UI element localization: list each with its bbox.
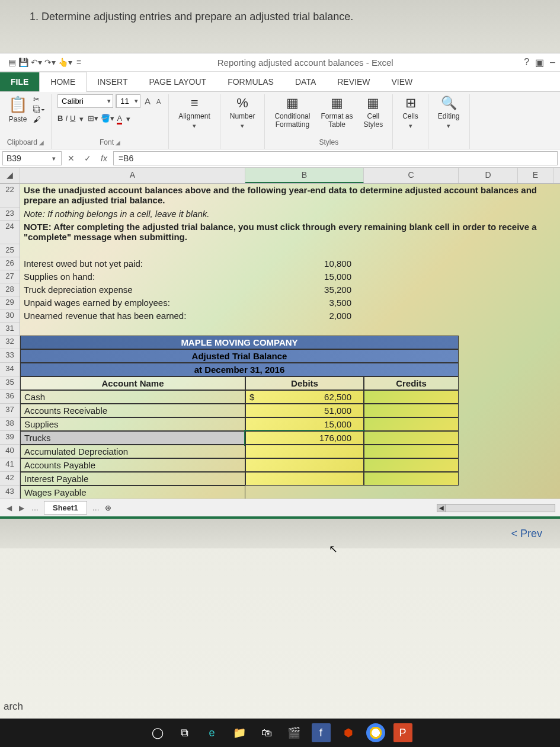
touch-mode-icon[interactable]: 👆▾ [58, 58, 72, 67]
cell-b35[interactable]: Debits [245, 376, 364, 390]
cells-icon[interactable]: ⊞ [405, 95, 416, 111]
file-explorer-icon[interactable]: 📁 [230, 723, 249, 742]
paste-icon[interactable]: 📋 [8, 95, 27, 114]
cell-c38[interactable] [364, 417, 459, 431]
sheet-nav-prev-icon[interactable]: ◀ [5, 504, 14, 512]
cell-a34[interactable]: at December 31, 2016 [20, 363, 459, 376]
cell-a38[interactable]: Supplies [20, 417, 245, 431]
row-header[interactable]: 38 [0, 417, 20, 431]
task-view-icon[interactable]: ⧉ [175, 723, 194, 742]
cells-button[interactable]: Cells [402, 112, 418, 120]
font-size-input[interactable] [116, 95, 133, 107]
row-header[interactable]: 35 [0, 376, 20, 390]
office-icon[interactable]: ⬢ [339, 723, 358, 742]
col-c[interactable]: C [364, 168, 459, 183]
font-name-input[interactable] [58, 95, 105, 107]
edge-icon[interactable]: e [203, 723, 222, 742]
format-as-table-icon[interactable]: ▦ [331, 95, 343, 111]
prev-button[interactable]: < Prev [511, 528, 542, 540]
font-color-icon[interactable]: A [117, 114, 122, 124]
chrome-icon[interactable] [366, 723, 385, 742]
row-header[interactable]: 31 [0, 323, 20, 336]
minimize-icon[interactable]: – [550, 57, 555, 68]
row-header[interactable]: 33 [0, 349, 20, 363]
tab-data[interactable]: DATA [284, 72, 327, 91]
movies-icon[interactable]: 🎬 [284, 723, 303, 742]
cell-c39[interactable] [364, 431, 459, 445]
horizontal-scrollbar[interactable]: ◀ [437, 504, 555, 512]
underline-button[interactable]: U [70, 114, 75, 124]
cell-a41[interactable]: Accounts Payable [20, 458, 245, 472]
font-launcher-icon[interactable]: ◢ [116, 139, 120, 146]
col-d[interactable]: D [459, 168, 518, 183]
cell-a36[interactable]: Cash [20, 390, 245, 404]
border-icon[interactable]: ⊞▾ [88, 114, 98, 124]
alignment-icon[interactable]: ≡ [191, 95, 199, 111]
cell-c37[interactable] [364, 404, 459, 417]
cell-b39[interactable]: 176,000 [245, 431, 364, 445]
sheet-nav-next-icon[interactable]: ▶ [17, 504, 26, 512]
cell-b30[interactable]: 2,000 [245, 309, 364, 323]
ribbon-display-icon[interactable]: ▣ [535, 57, 544, 68]
select-all-corner[interactable]: ◢ [0, 168, 20, 183]
shrink-font-icon[interactable]: A [155, 97, 162, 106]
clipboard-launcher-icon[interactable]: ◢ [39, 139, 44, 146]
cell-styles-icon[interactable]: ▦ [367, 95, 379, 111]
cortana-icon[interactable]: ◯ [148, 723, 167, 742]
save-icon[interactable]: 💾 [18, 58, 28, 67]
cell-a33[interactable]: Adjusted Trial Balance [20, 349, 459, 363]
tab-page-layout[interactable]: PAGE LAYOUT [138, 72, 217, 91]
row-header[interactable]: 37 [0, 404, 20, 417]
row-header[interactable]: 24 [0, 221, 20, 244]
cell-a22[interactable]: Use the unadjusted account balances abov… [20, 184, 553, 208]
fx-icon[interactable]: fx [97, 152, 111, 164]
cell-c42[interactable] [364, 472, 459, 486]
new-sheet-icon[interactable]: ⊕ [105, 503, 111, 512]
row-header[interactable]: 25 [0, 244, 20, 257]
row-header[interactable]: 42 [0, 472, 20, 486]
grow-font-icon[interactable]: A [143, 95, 152, 107]
format-painter-icon[interactable]: 🖌 [33, 115, 45, 124]
alignment-button[interactable]: Alignment [178, 112, 210, 120]
bold-button[interactable]: B [57, 114, 63, 124]
cancel-formula-icon[interactable]: ✕ [64, 152, 78, 164]
row-header[interactable]: 23 [0, 208, 20, 221]
redo-icon[interactable]: ↷▾ [44, 58, 56, 67]
tab-home[interactable]: HOME [39, 72, 87, 92]
format-as-table-button[interactable]: Format as Table [321, 112, 353, 129]
cell-a23[interactable]: Note: If nothing belongs in a cell, leav… [20, 208, 553, 221]
enter-formula-icon[interactable]: ✓ [81, 152, 95, 164]
editing-icon[interactable]: 🔍 [441, 95, 457, 111]
cell-b38[interactable]: 15,000 [245, 417, 364, 431]
tab-insert[interactable]: INSERT [87, 72, 138, 91]
row-header[interactable]: 32 [0, 336, 20, 349]
cell-b29[interactable]: 3,500 [245, 296, 364, 309]
cell-a42[interactable]: Interest Payable [20, 472, 245, 486]
cut-icon[interactable]: ✂ [33, 95, 45, 104]
cell-a24[interactable]: NOTE: After completing the adjusted tria… [20, 221, 553, 244]
row-header[interactable]: 43 [0, 486, 20, 499]
col-e[interactable]: E [518, 168, 553, 183]
row-header[interactable]: 30 [0, 309, 20, 323]
fill-color-icon[interactable]: 🪣▾ [101, 114, 114, 124]
copy-icon[interactable]: ⿻▾ [33, 105, 45, 114]
formula-bar[interactable]: =B6 [113, 151, 558, 165]
col-b[interactable]: B [245, 168, 364, 183]
col-a[interactable]: A [20, 168, 245, 183]
help-icon[interactable]: ? [524, 57, 529, 68]
cell-a31[interactable] [20, 323, 245, 336]
font-name-dropdown[interactable]: ▾ [57, 94, 113, 108]
tab-formulas[interactable]: FORMULAS [217, 72, 284, 91]
tab-file[interactable]: FILE [0, 72, 39, 91]
cell-a29[interactable]: Unpaid wages earned by employees: [20, 296, 245, 309]
cell-a25[interactable] [20, 244, 245, 257]
sheet-nav-more[interactable]: … [30, 504, 40, 512]
powerpoint-icon[interactable]: P [393, 723, 412, 742]
cell-b42[interactable] [245, 472, 364, 486]
cell-a39[interactable]: Trucks [20, 431, 245, 445]
tab-view[interactable]: VIEW [380, 72, 423, 91]
cell-b27[interactable]: 15,000 [245, 270, 364, 283]
cell-a28[interactable]: Truck depreciation expense [20, 283, 245, 296]
cell-a40[interactable]: Accumulated Depreciation [20, 445, 245, 458]
cell-b26[interactable]: 10,800 [245, 257, 364, 270]
